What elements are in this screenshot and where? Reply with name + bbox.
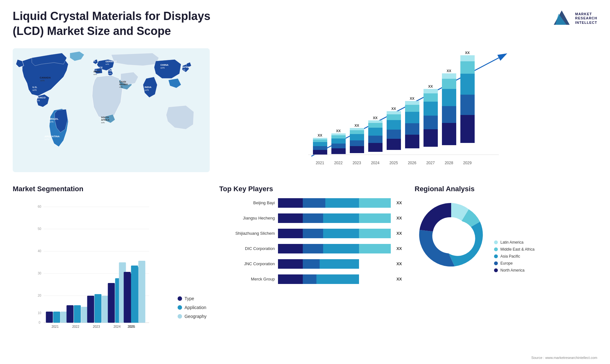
svg-text:SAUDI: SAUDI xyxy=(119,81,126,83)
player-name-shiji: Shijiazhuang Slichem xyxy=(219,231,275,236)
svg-rect-81 xyxy=(424,102,438,116)
svg-text:XX: XX xyxy=(336,129,341,133)
legend-latin-label: Latin America xyxy=(500,240,524,245)
svg-rect-66 xyxy=(387,130,401,139)
logo-area: MARKET RESEARCH INTELLECT xyxy=(552,9,597,28)
svg-text:XX: XX xyxy=(410,97,415,100)
bar-seg1-d xyxy=(278,244,303,253)
logo-text: MARKET RESEARCH INTELLECT xyxy=(575,12,597,25)
player-bar-beijing xyxy=(278,198,391,208)
svg-text:ITALY: ITALY xyxy=(108,70,114,72)
svg-text:2021: 2021 xyxy=(316,161,324,165)
svg-text:GERMANY: GERMANY xyxy=(105,60,117,63)
player-bar-merck xyxy=(278,274,391,284)
svg-rect-82 xyxy=(424,93,438,102)
svg-rect-55 xyxy=(350,128,364,130)
player-row-dic: DIC Corporation XX xyxy=(219,244,402,253)
svg-text:xx%: xx% xyxy=(145,89,149,91)
svg-rect-136 xyxy=(124,272,131,323)
svg-rect-62 xyxy=(368,120,383,123)
svg-rect-75 xyxy=(405,105,419,112)
bar-seg2-jnc xyxy=(303,259,320,269)
seg-chart-area: 60 50 40 30 20 10 0 xyxy=(13,198,171,332)
regional-layout: Latin America Middle East & Africa Asia … xyxy=(415,198,597,273)
svg-text:FRANCE: FRANCE xyxy=(93,66,103,69)
svg-text:2022: 2022 xyxy=(72,325,79,328)
legend-na-dot xyxy=(494,268,498,272)
legend-latin-dot xyxy=(494,240,498,244)
svg-point-138 xyxy=(434,217,469,252)
svg-text:10: 10 xyxy=(38,311,42,315)
svg-rect-95 xyxy=(460,74,475,95)
svg-rect-51 xyxy=(350,146,364,153)
svg-text:2023: 2023 xyxy=(353,161,361,165)
svg-text:XX: XX xyxy=(318,133,322,137)
svg-rect-118 xyxy=(66,305,73,323)
svg-rect-83 xyxy=(424,89,438,93)
svg-text:xx%: xx% xyxy=(181,69,185,71)
bar-seg2-m xyxy=(303,274,316,284)
growth-bar-chart: 2021 XX 2022 XX 2023 XX xyxy=(219,51,588,179)
svg-text:SOUTH: SOUTH xyxy=(101,116,109,118)
map-section: CANADA xx% U.S. xx% MEXICO xx% BRAZIL xx… xyxy=(10,45,213,179)
map-container: CANADA xx% U.S. xx% MEXICO xx% BRAZIL xx… xyxy=(13,48,210,175)
svg-text:SPAIN: SPAIN xyxy=(93,71,100,73)
svg-text:xx%: xx% xyxy=(105,63,109,65)
donut-legend: Latin America Middle East & Africa Asia … xyxy=(494,240,534,273)
svg-rect-122 xyxy=(87,296,94,323)
svg-text:50: 50 xyxy=(38,227,42,231)
legend-geo-dot xyxy=(178,314,182,319)
player-value-jnc: XX xyxy=(396,261,402,266)
bar-seg2-d xyxy=(303,244,323,253)
svg-rect-97 xyxy=(460,55,475,61)
svg-rect-67 xyxy=(387,120,401,130)
svg-rect-60 xyxy=(368,128,383,136)
bar-chart-wrapper: 2021 XX 2022 XX 2023 XX xyxy=(219,51,588,172)
legend-europe-dot xyxy=(494,261,498,265)
legend-geo-label: Geography xyxy=(185,314,207,319)
svg-rect-119 xyxy=(74,305,81,323)
bar-chart-section: 2021 XX 2022 XX 2023 XX xyxy=(213,45,600,179)
bar-seg4-d xyxy=(359,244,390,253)
svg-rect-86 xyxy=(442,123,456,145)
svg-rect-79 xyxy=(424,129,438,147)
svg-rect-73 xyxy=(405,123,419,135)
legend-apac: Asia Pacific xyxy=(494,254,534,259)
legend-mea-label: Middle East & Africa xyxy=(500,247,534,252)
svg-text:ARGENTINA: ARGENTINA xyxy=(44,135,60,138)
svg-rect-48 xyxy=(331,133,346,135)
legend-latin: Latin America xyxy=(494,240,534,245)
world-map: CANADA xx% U.S. xx% MEXICO xx% BRAZIL xx… xyxy=(13,48,210,172)
svg-rect-54 xyxy=(350,130,364,134)
svg-text:60: 60 xyxy=(38,205,42,208)
svg-text:INDIA: INDIA xyxy=(145,86,152,89)
svg-rect-65 xyxy=(387,139,401,150)
player-name-jiangsu: Jiangsu Hecheng xyxy=(219,216,275,220)
bar-seg1-m xyxy=(278,274,303,284)
svg-text:CANADA: CANADA xyxy=(40,76,51,79)
svg-rect-53 xyxy=(350,134,364,140)
bar-seg3 xyxy=(325,198,359,208)
bar-seg3-jnc xyxy=(320,259,359,269)
svg-text:XX: XX xyxy=(447,69,451,73)
svg-text:2023: 2023 xyxy=(93,325,100,328)
player-name-merck: Merck Group xyxy=(219,277,275,281)
svg-text:xx%: xx% xyxy=(92,63,95,64)
player-row-merck: Merck Group XX xyxy=(219,274,402,284)
svg-rect-38 xyxy=(313,146,327,150)
svg-text:20: 20 xyxy=(38,294,42,297)
bar-seg3-d xyxy=(323,244,359,253)
svg-rect-44 xyxy=(331,148,346,154)
player-name-beijing: Beijing Bayi xyxy=(219,200,275,205)
svg-text:2029: 2029 xyxy=(463,161,472,165)
svg-text:2026: 2026 xyxy=(127,325,135,328)
svg-text:U.S.: U.S. xyxy=(32,86,37,89)
bar-seg4-j xyxy=(359,213,390,223)
svg-text:MEXICO: MEXICO xyxy=(36,96,46,99)
logo-icon xyxy=(552,9,571,28)
legend-geography: Geography xyxy=(178,314,207,319)
svg-text:0: 0 xyxy=(39,321,41,324)
svg-text:2028: 2028 xyxy=(445,161,453,165)
bar-seg4 xyxy=(359,198,390,208)
player-value-merck: XX xyxy=(396,277,402,281)
